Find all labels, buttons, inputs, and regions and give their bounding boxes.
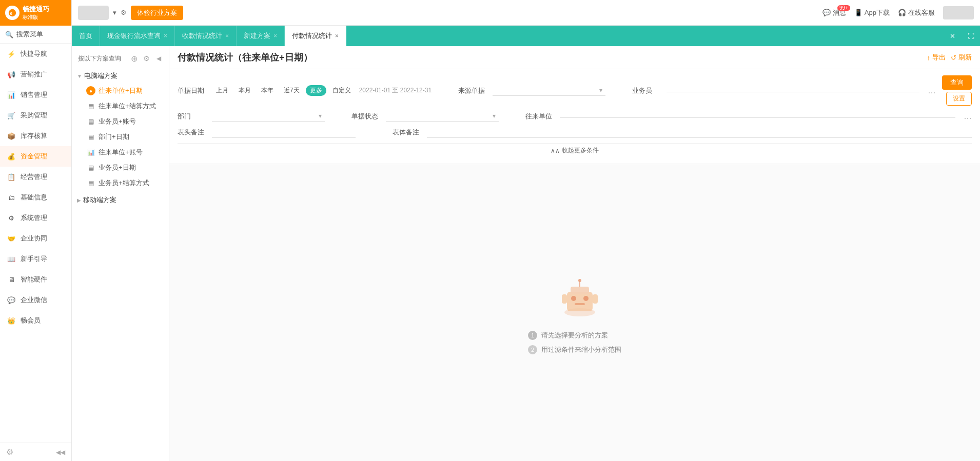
partner-ellipsis[interactable]: … <box>964 112 972 121</box>
collapse-label: 收起更多条件 <box>562 146 599 155</box>
tab-income-stats-close[interactable]: × <box>225 32 229 39</box>
tab-fullscreen-btn[interactable]: ⛶ <box>962 26 980 46</box>
scheme-settings-btn[interactable]: ⚙ <box>141 53 151 64</box>
date-option-this-year[interactable]: 本年 <box>257 85 278 96</box>
settings-btn[interactable]: 设置 <box>946 92 972 106</box>
search-menu-item[interactable]: 🔍 搜索菜单 <box>0 26 71 44</box>
staff-select[interactable] <box>667 89 919 92</box>
scheme-item-label: 往来单位+日期 <box>99 86 143 95</box>
body-note-input[interactable] <box>427 127 972 138</box>
user-avatar[interactable] <box>943 6 974 19</box>
pc-scheme-group-header[interactable]: ▼ 电脑端方案 <box>72 69 169 83</box>
date-option-custom[interactable]: 自定义 <box>328 85 355 96</box>
add-scheme-btn[interactable]: ⊕ <box>129 53 139 64</box>
sidebar-item-marketing[interactable]: 📢 营销推广 <box>0 64 71 85</box>
date-option-last-month[interactable]: 上月 <box>212 85 232 96</box>
sidebar-item-wechat[interactable]: 💬 企业微信 <box>0 290 71 310</box>
robot-svg <box>549 271 611 323</box>
dept-select[interactable]: ▾ <box>212 111 325 122</box>
tab-bank-flow[interactable]: 现金银行流水查询 × <box>100 26 175 46</box>
content-area: 按以下方案查询 ⊕ ⚙ ◀ ▼ 电脑端方案 <box>72 46 980 461</box>
trial-btn[interactable]: 体验行业方案 <box>131 6 183 20</box>
scheme-item-staff-settle[interactable]: ▤ 业务员+结算方式 <box>72 175 169 191</box>
sidebar-item-guide[interactable]: 📖 新手引导 <box>0 249 71 269</box>
sidebar-item-quick-nav[interactable]: ⚡ 快捷导航 <box>0 44 71 64</box>
tab-new-scheme-close[interactable]: × <box>273 32 277 39</box>
group-arrow-icon: ▼ <box>77 73 82 79</box>
online-service-btn[interactable]: 🎧 在线客服 <box>898 8 935 17</box>
svg-point-11 <box>578 279 581 282</box>
scheme-item-unit-settle[interactable]: ▤ 往来单位+结算方式 <box>72 98 169 114</box>
sidebar-item-operation[interactable]: 📋 经营管理 <box>0 167 71 187</box>
search-icon: 🔍 <box>5 31 13 38</box>
export-btn[interactable]: ↑ 导出 <box>927 53 946 62</box>
svg-rect-8 <box>562 294 567 304</box>
query-btn[interactable]: 查询 <box>942 75 972 90</box>
online-service-label: 在线客服 <box>908 8 935 17</box>
sidebar-item-base-info[interactable]: 🗂 基础信息 <box>0 187 71 208</box>
tab-home[interactable]: 首页 <box>72 26 100 46</box>
refresh-btn[interactable]: ↺ 刷新 <box>951 53 972 62</box>
doc-status-select[interactable]: ▾ <box>386 111 499 122</box>
sidebar-item-enterprise[interactable]: 🤝 企业协同 <box>0 228 71 249</box>
date-range: 2022-01-01 至 2022-12-31 <box>359 86 432 95</box>
right-panel: 付款情况统计（往来单位+日期） ↑ 导出 ↺ 刷新 单据日期 <box>169 46 980 461</box>
tab-new-scheme[interactable]: 新建方案 × <box>237 26 285 46</box>
empty-hint-2: 2 用过滤条件来缩小分析范围 <box>528 345 621 354</box>
mobile-scheme-group: ▶ 移动端方案 <box>72 193 169 207</box>
sidebar-settings-icon[interactable]: ⚙ <box>6 447 13 457</box>
svg-point-6 <box>583 296 589 301</box>
add-icon: ⊕ <box>131 54 138 64</box>
tab-close-all-btn[interactable]: ✕ <box>943 26 962 46</box>
topbar-dropdown-icon[interactable]: ▾ <box>113 9 116 16</box>
date-option-this-month[interactable]: 本月 <box>234 85 255 96</box>
tab-income-stats[interactable]: 收款情况统计 × <box>175 26 237 46</box>
tab-bank-flow-close[interactable]: × <box>164 32 167 39</box>
search-menu-label: 搜索菜单 <box>16 30 43 39</box>
app-download-btn[interactable]: 📱 App下载 <box>854 8 890 17</box>
scheme-item-unit-date[interactable]: ● 往来单位+日期 <box>72 83 169 98</box>
hint-text-1: 请先选择要分析的方案 <box>541 331 608 340</box>
scheme-table-icon: ▤ <box>86 178 95 188</box>
sidebar-item-sales[interactable]: 📊 销售管理 <box>0 85 71 105</box>
sidebar-item-purchase[interactable]: 🛒 采购管理 <box>0 105 71 126</box>
message-btn[interactable]: 💬 消息 99+ <box>822 8 846 17</box>
sidebar-item-smart-hw[interactable]: 🖥 智能硬件 <box>0 269 71 290</box>
sidebar-item-system[interactable]: ⚙ 系统管理 <box>0 208 71 228</box>
purchase-icon: 🛒 <box>6 110 16 121</box>
empty-state: 1 请先选择要分析的方案 2 用过滤条件来缩小分析范围 <box>169 164 980 461</box>
topbar-settings-icon[interactable]: ⚙ <box>121 9 127 16</box>
hint-num-1: 1 <box>528 331 537 340</box>
scheme-item-staff-account[interactable]: ▤ 业务员+账号 <box>72 114 169 129</box>
group-arrow-icon: ▶ <box>77 197 81 203</box>
date-option-more[interactable]: 更多 <box>306 85 326 96</box>
scheme-item-staff-date[interactable]: ▤ 业务员+日期 <box>72 160 169 175</box>
scheme-item-unit-account[interactable]: 📊 往来单位+账号 <box>72 145 169 160</box>
pc-scheme-group: ▼ 电脑端方案 ● 往来单位+日期 ▤ 往来单位+结算方式 ▤ 业务员+账号 ▤ <box>72 69 169 191</box>
panel-collapse-btn[interactable]: ◀ <box>153 53 164 64</box>
collapse-filter-btn[interactable]: ∧∧ 收起更多条件 <box>178 143 972 157</box>
tab-payment-stats-close[interactable]: × <box>335 32 339 39</box>
date-option-7days[interactable]: 近7天 <box>280 85 304 96</box>
sidebar-item-inventory[interactable]: 📦 库存核算 <box>0 126 71 146</box>
mobile-scheme-group-header[interactable]: ▶ 移动端方案 <box>72 193 169 207</box>
staff-ellipsis[interactable]: … <box>928 86 936 95</box>
doc-status-label: 单据状态 <box>351 112 380 121</box>
svg-point-5 <box>571 296 576 301</box>
tab-payment-stats[interactable]: 付款情况统计 × <box>285 26 346 46</box>
filter-row-3: 表头备注 表体备注 <box>178 127 972 138</box>
header-note-label: 表头备注 <box>178 128 206 137</box>
scheme-table-icon: ▤ <box>86 102 95 111</box>
sidebar-item-label: 营销推广 <box>21 70 47 79</box>
header-note-input[interactable] <box>212 127 356 138</box>
partner-select[interactable] <box>560 114 955 118</box>
sales-icon: 📊 <box>6 90 16 100</box>
scheme-item-dept-date[interactable]: ▤ 部门+日期 <box>72 129 169 145</box>
sidebar-collapse-icon[interactable]: ◀◀ <box>56 449 65 456</box>
source-select[interactable]: ▾ <box>493 85 605 96</box>
sidebar-item-member[interactable]: 👑 畅会员 <box>0 310 71 331</box>
filter-area: 单据日期 上月 本月 本年 近7天 更多 自定义 2022-01-01 至 20… <box>169 69 980 164</box>
quick-nav-icon: ⚡ <box>6 49 16 59</box>
sidebar-item-finance[interactable]: 💰 资金管理 <box>0 146 71 167</box>
app-logo-icon: 6 <box>5 6 19 20</box>
